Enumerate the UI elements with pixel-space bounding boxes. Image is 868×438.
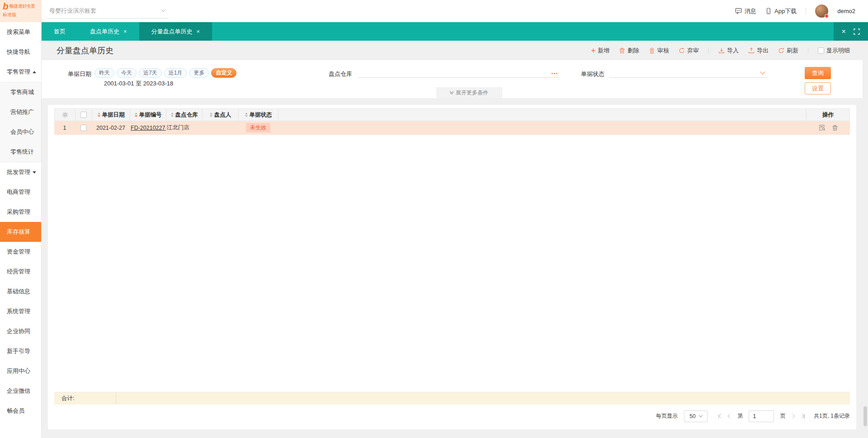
scrollbar-thumb[interactable] — [863, 406, 867, 426]
column-label: 盘点仓库 — [175, 111, 198, 119]
sidebar-item-basic-info[interactable]: 基础信息 — [0, 282, 41, 301]
column-doc-status[interactable]: 单据状态 — [239, 109, 278, 121]
settings-button[interactable]: 设置 — [805, 82, 831, 94]
scrollbar[interactable] — [863, 41, 868, 438]
sidebar-item-label: 快捷导航 — [7, 48, 30, 55]
main-content: 分量盘点单历史 +新增 删除 审核 弃审 导入 导出 刷新 显示明细 单据日期 … — [42, 41, 868, 438]
select-all-checkbox[interactable] — [75, 109, 92, 121]
sort-icon[interactable] — [245, 113, 248, 117]
tab-inventory-history[interactable]: 盘点单历史× — [78, 22, 139, 41]
preset-custom[interactable]: 自定义 — [211, 68, 236, 78]
per-page-select[interactable]: 50 — [684, 410, 708, 422]
tab-weight-inventory-history[interactable]: 分量盘点单历史× — [139, 22, 212, 41]
tab-home[interactable]: 首页 — [42, 22, 78, 41]
app-download-button[interactable]: App下载 — [765, 7, 797, 15]
sidebar-item-chang-member[interactable]: 畅会员 — [0, 401, 41, 421]
sidebar-item-search-menu[interactable]: 搜索菜单 — [0, 22, 41, 42]
sidebar-item-funds-mgmt[interactable]: 资金管理 — [0, 242, 41, 262]
doc-no-link[interactable]: FD-20210227-0 — [131, 125, 166, 131]
sidebar-item-system-mgmt[interactable]: 系统管理 — [0, 301, 41, 321]
table-row[interactable]: 1 2021-02-27 FD-20210227-0 江北门店 未生效 — [54, 121, 850, 135]
close-tab-icon[interactable]: × — [842, 28, 846, 36]
account-select[interactable]: 母婴行业演示账套 — [47, 3, 169, 19]
column-label: 单据编号 — [139, 111, 162, 119]
unaudit-button[interactable]: 弃审 — [679, 47, 699, 55]
preset-last-month[interactable]: 近1月 — [164, 68, 187, 78]
preset-today[interactable]: 今天 — [117, 68, 137, 78]
show-detail-checkbox[interactable]: 显示明细 — [818, 47, 850, 55]
import-button[interactable]: 导入 — [718, 47, 739, 55]
sidebar-item-quick-nav[interactable]: 快捷导航 — [0, 42, 41, 62]
first-page-button[interactable] — [718, 414, 723, 419]
column-settings-button[interactable] — [55, 109, 75, 121]
audit-button[interactable]: 审核 — [649, 47, 669, 55]
view-doc-icon[interactable] — [819, 124, 826, 131]
close-icon[interactable]: × — [123, 28, 127, 35]
sidebar-item-enterprise-wechat[interactable]: 企业微信 — [0, 381, 41, 401]
expand-more-conditions[interactable]: 展开更多条件 — [436, 87, 502, 98]
sidebar-item-ecommerce-mgmt[interactable]: 电商管理 — [0, 182, 41, 202]
sidebar-item-wholesale-mgmt[interactable]: 批发管理 — [0, 162, 41, 182]
fullscreen-icon[interactable] — [854, 28, 860, 35]
refresh-button[interactable]: 刷新 — [778, 47, 798, 55]
page-input[interactable] — [749, 410, 774, 422]
sidebar-item-retail-stats[interactable]: 零售统计 — [0, 142, 41, 162]
checkbox-icon[interactable] — [80, 125, 87, 131]
sort-icon[interactable] — [135, 113, 137, 117]
export-button[interactable]: 导出 — [748, 47, 769, 55]
double-chevron-down-icon — [450, 91, 453, 94]
sidebar-item-label: 会员中心 — [10, 128, 34, 135]
row-checkbox[interactable] — [75, 121, 92, 134]
query-button[interactable]: 查询 — [805, 67, 831, 79]
sidebar-item-marketing[interactable]: 营销推广 — [0, 102, 41, 122]
undo-circle-icon — [679, 47, 685, 54]
next-page-button[interactable] — [791, 414, 795, 419]
preset-more[interactable]: 更多 — [189, 68, 209, 78]
sort-icon[interactable] — [171, 113, 174, 117]
delete-row-icon[interactable] — [832, 125, 838, 131]
column-actions: 操作 — [807, 109, 849, 121]
chevron-down-icon — [760, 69, 765, 74]
column-doc-no[interactable]: 单据编号 — [130, 109, 166, 121]
warehouse-label: 盘点仓库 — [329, 70, 352, 78]
checkbox-icon[interactable] — [80, 112, 87, 118]
brand-logo: b 畅捷通好生意 标准版 — [0, 0, 42, 22]
tab-label: 分量盘点单历史 — [151, 28, 193, 36]
preset-last7days[interactable]: 近7天 — [139, 68, 162, 78]
column-warehouse[interactable]: 盘点仓库 — [166, 109, 203, 121]
messages-button[interactable]: 消息 — [735, 7, 756, 15]
checkbox-icon[interactable] — [818, 47, 824, 54]
warehouse-input[interactable] — [358, 66, 559, 78]
sidebar-item-purchase-mgmt[interactable]: 采购管理 — [0, 202, 41, 222]
brand-edition: 标准版 — [3, 12, 40, 18]
sidebar-item-retail-mall[interactable]: 零售商城 — [0, 82, 41, 102]
add-button[interactable]: +新增 — [591, 47, 609, 55]
last-page-button[interactable] — [800, 414, 805, 419]
preset-yesterday[interactable]: 昨天 — [94, 68, 114, 78]
sidebar-item-operation-mgmt[interactable]: 经营管理 — [0, 262, 41, 282]
notification-dot — [825, 14, 829, 18]
avatar[interactable] — [815, 5, 828, 18]
column-checker[interactable]: 盘点人 — [203, 109, 239, 121]
sidebar-item-beginner-guide[interactable]: 新手引导 — [0, 341, 41, 361]
sidebar-item-app-center[interactable]: 应用中心 — [0, 361, 41, 381]
sidebar-item-member-center[interactable]: 会员中心 — [0, 122, 41, 142]
sidebar-item-enterprise-collab[interactable]: 企业协同 — [0, 321, 41, 341]
prev-page-button[interactable] — [728, 414, 732, 419]
top-header: 母婴行业演示账套 消息 App下载 demo2 — [42, 0, 868, 22]
sort-icon[interactable] — [210, 113, 212, 117]
more-icon[interactable] — [552, 73, 557, 74]
close-icon[interactable]: × — [197, 28, 200, 35]
refresh-icon — [778, 47, 784, 54]
doc-date-label: 单据日期 — [68, 70, 91, 78]
sidebar-item-inventory-accounting[interactable]: 库存核算 — [0, 222, 41, 242]
table-header: 单据日期 单据编号 盘点仓库 盘点人 单据状态 操作 — [54, 108, 850, 121]
delete-button[interactable]: 删除 — [619, 47, 639, 55]
date-range-value[interactable]: 2001-03-01 至 2023-03-18 — [104, 80, 173, 88]
sidebar-item-retail-mgmt[interactable]: 零售管理 — [0, 62, 41, 82]
sidebar-item-label: 采购管理 — [7, 208, 30, 215]
column-doc-date[interactable]: 单据日期 — [92, 109, 130, 121]
doc-status-select[interactable] — [609, 66, 767, 78]
sort-icon[interactable] — [98, 113, 100, 117]
refresh-label: 刷新 — [787, 47, 798, 55]
